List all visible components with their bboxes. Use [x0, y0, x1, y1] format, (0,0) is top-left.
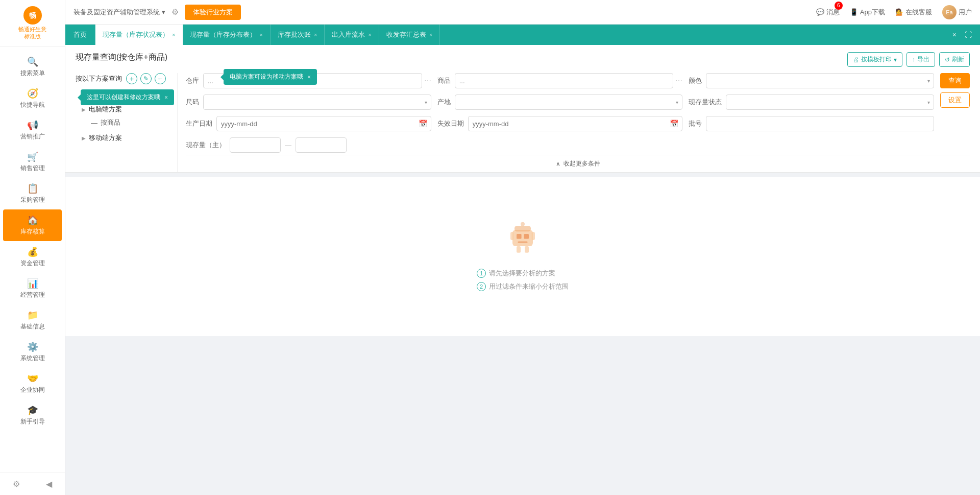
btn-add-filter[interactable]: + [126, 73, 137, 84]
tooltip-mobile-scheme: 电脑方案可设为移动方案哦 × [224, 69, 317, 85]
tab-inout-flow[interactable]: 出入库流水 × [325, 25, 379, 45]
search-actions-col: 查询 设置 [940, 73, 970, 153]
tab-fullscreen-btn[interactable]: ⛶ [963, 29, 974, 41]
size-select-wrapper: ▾ [203, 95, 431, 110]
tab-collect-summary-close[interactable]: × [429, 32, 432, 38]
sidebar-item-enterprise[interactable]: 🤝 企业协同 [0, 368, 65, 399]
svg-text:畅: 畅 [29, 11, 36, 19]
expire-date-cal-icon[interactable]: 📅 [670, 120, 678, 128]
color-select[interactable] [706, 73, 934, 88]
main-content: 装备及固定资产辅助管理系统 ▾ ⚙ 体验行业方案 💬 消息 6 📱 App下载 … [65, 0, 980, 495]
btn-set[interactable]: 设置 [940, 92, 970, 108]
tab-stock-status-close[interactable]: × [172, 32, 175, 38]
origin-select-wrapper: ▾ [455, 95, 683, 110]
sidebar-item-system[interactable]: ⚙️ 系统管理 [0, 336, 65, 368]
batch-no-label: 批号 [689, 119, 702, 128]
system-name-dropdown[interactable]: 装备及固定资产辅助管理系统 ▾ [74, 8, 165, 17]
notification-item[interactable]: 💬 消息 6 [816, 8, 840, 17]
scheme-group-mobile-header[interactable]: ▶ 移动端方案 [80, 131, 167, 145]
tooltip-mobile-close[interactable]: × [307, 74, 311, 81]
field-size: 尺码 ▾ [186, 95, 431, 110]
filter-fields-area: 仓库 ⋯ 商品 [186, 73, 934, 153]
app-download-item[interactable]: 📱 App下载 [850, 8, 885, 17]
product-input[interactable] [455, 73, 674, 88]
collapse-sidebar-btn[interactable]: ◀ [46, 479, 52, 489]
stock-status-select[interactable] [726, 95, 934, 110]
tutorial-icon: 🎓 [27, 405, 38, 416]
tab-collect-summary[interactable]: 收发存汇总表 × [379, 25, 440, 45]
page-title: 现存量查询(按仓库+商品) [76, 52, 167, 63]
range-separator: — [283, 142, 293, 149]
filter-controls: + ✎ ← [126, 73, 166, 84]
sidebar-item-search[interactable]: 🔍 搜索菜单 [0, 51, 65, 83]
svg-rect-3 [517, 234, 522, 239]
batch-no-input[interactable] [706, 116, 934, 131]
sidebar-item-quicknav[interactable]: 🧭 快捷导航 [0, 83, 65, 114]
compass-icon: 🧭 [27, 88, 38, 99]
filter-row-qty: 现存量（主） — [186, 137, 934, 153]
btn-export[interactable]: ↑ 导出 [906, 52, 935, 67]
tooltip-create-close[interactable]: × [164, 94, 168, 101]
btn-search[interactable]: 查询 [940, 73, 970, 88]
origin-label: 产地 [437, 98, 451, 107]
tab-inout-flow-close[interactable]: × [368, 32, 371, 38]
btn-template-print[interactable]: 🖨 按模板打印 ▾ [847, 52, 902, 67]
collapse-btn[interactable]: ∧ 收起更多条件 [186, 155, 970, 172]
tooltip-create-scheme: 这里可以创建和修改方案哦 × [81, 89, 174, 105]
field-color: 颜色 ▾ [689, 73, 934, 88]
tab-close-all-btn[interactable]: × [950, 29, 959, 41]
sidebar-item-operations[interactable]: 📊 经营管理 [0, 273, 65, 304]
btn-edit-filter[interactable]: ✎ [140, 73, 152, 84]
gear-icon[interactable]: ⚙ [172, 7, 179, 17]
btn-back-filter[interactable]: ← [155, 73, 166, 84]
qty-max-input[interactable] [296, 137, 347, 153]
sidebar-item-marketing[interactable]: 📢 营销推广 [0, 114, 65, 146]
sidebar-item-basic[interactable]: 📁 基础信息 [0, 304, 65, 336]
expire-date-input[interactable] [468, 116, 683, 131]
field-stock-status: 现存量状态 ▾ [689, 95, 934, 110]
filter-label: 按以下方案查询 [76, 74, 122, 83]
sidebar-item-label: 库存核算 [20, 227, 45, 236]
finance-icon: 💰 [27, 246, 38, 257]
produce-date-cal-icon[interactable]: 📅 [419, 120, 427, 128]
sidebar-item-purchase[interactable]: 📋 采购管理 [0, 178, 65, 209]
filter-body: 按以下方案查询 + ✎ ← 电脑方案可设为移动方案哦 × [76, 73, 970, 172]
settings-footer-btn[interactable]: ⚙ [13, 479, 20, 489]
stock-qty-label: 现存量（主） [186, 140, 226, 150]
produce-date-input[interactable] [216, 116, 431, 131]
origin-select[interactable] [455, 95, 683, 110]
sidebar-item-sales[interactable]: 🛒 销售管理 [0, 146, 65, 178]
btn-refresh[interactable]: ↺ 刷新 [939, 52, 970, 67]
scheme-group-desktop-label: 电脑端方案 [89, 105, 122, 114]
size-select[interactable] [203, 95, 431, 110]
sidebar-item-label: 销售管理 [20, 164, 45, 173]
app-logo: 畅 [23, 6, 42, 25]
sidebar-item-label: 经营管理 [20, 291, 45, 299]
sidebar-item-tutorial[interactable]: 🎓 新手引导 [0, 399, 65, 431]
filter-panel: 按以下方案查询 + ✎ ← 电脑方案可设为移动方案哦 × [76, 73, 970, 172]
tab-stock-batch[interactable]: 库存批次账 × [271, 25, 325, 45]
tab-stock-dist-close[interactable]: × [259, 32, 262, 38]
sidebar-item-finance[interactable]: 💰 资金管理 [0, 241, 65, 273]
tab-home[interactable]: 首页 [65, 25, 95, 45]
qty-min-input[interactable] [230, 137, 281, 153]
svg-rect-7 [532, 232, 535, 240]
phone-icon: 📱 [850, 8, 858, 16]
tab-stock-batch-close[interactable]: × [314, 32, 317, 38]
expire-date-wrapper: 📅 [468, 116, 683, 131]
user-item[interactable]: Ea 用户 [942, 5, 972, 19]
tab-stock-dist[interactable]: 现存量（库存分布表） × [183, 25, 270, 45]
cart-icon: 🛒 [27, 151, 38, 162]
collapse-icon: ∧ [556, 160, 560, 168]
btn-template-print-label: 按模板打印 [861, 55, 892, 64]
scheme-item-by-product[interactable]: — 按商品 [80, 116, 167, 129]
online-support-label: 在线客服 [905, 8, 932, 17]
sidebar-item-inventory[interactable]: 🏠 库存核算 [3, 209, 62, 241]
product-more-icon[interactable]: ⋯ [675, 77, 682, 85]
logo-area: 畅 畅通好生意 标准版 [0, 0, 65, 47]
color-label: 颜色 [689, 76, 702, 85]
online-support-item[interactable]: 💁 在线客服 [895, 8, 932, 17]
tab-stock-status[interactable]: 现存量（库存状况表） × [95, 25, 183, 45]
btn-industry[interactable]: 体验行业方案 [185, 5, 241, 20]
warehouse-more-icon[interactable]: ⋯ [424, 77, 431, 85]
